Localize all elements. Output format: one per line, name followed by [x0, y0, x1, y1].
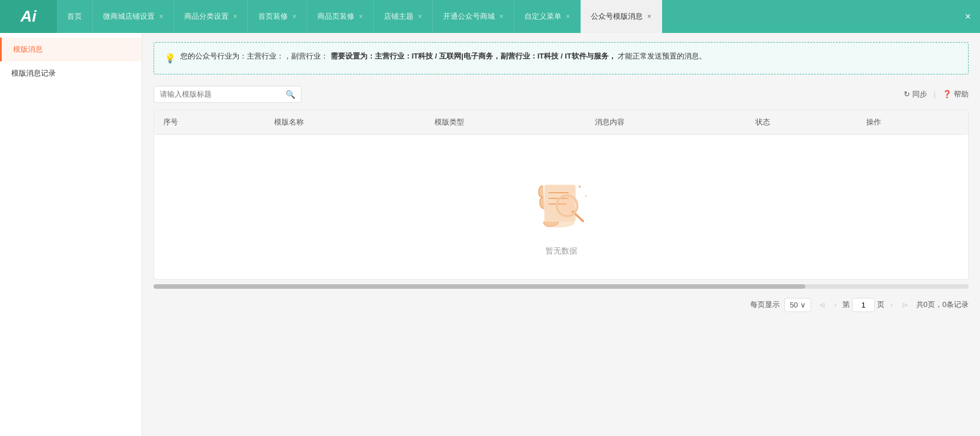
tab-close-product-decor[interactable]: ×	[359, 13, 363, 20]
sync-button[interactable]: ↻ 同步	[904, 89, 927, 99]
notice-suffix: 才能正常发送预置的消息。	[618, 52, 706, 60]
nav-tab-home[interactable]: 首页	[57, 0, 93, 33]
next-page-button[interactable]: ›	[887, 298, 896, 312]
tab-close-shop-settings[interactable]: ×	[159, 13, 163, 20]
nav-tab-home-decor[interactable]: 首页装修×	[248, 0, 307, 33]
total-info: 共0页，0条记录	[916, 300, 969, 310]
nav-tab-custom-menu[interactable]: 自定义菜单×	[514, 0, 581, 33]
col-header-status: 状态	[746, 110, 857, 135]
notice-highlight: 需要设置为：主营行业：IT科技 / 互联网|电子商务，副营行业：IT科技 / I…	[330, 52, 616, 60]
help-label: 帮助	[954, 89, 969, 99]
nav-tab-shop-settings[interactable]: 微商城店铺设置×	[93, 0, 174, 33]
svg-text:✦: ✦	[584, 194, 588, 198]
content-area: 💡 您的公众号行业为：主营行业：，副营行业： 需要设置为：主营行业：IT科技 /…	[142, 33, 980, 436]
col-header-action: 操作	[857, 110, 968, 135]
col-header-seq: 序号	[154, 110, 265, 135]
sync-icon: ↻	[904, 90, 910, 98]
sidebar-item-template-message[interactable]: 模版消息	[0, 38, 142, 61]
nav-tab-store-theme[interactable]: 店铺主题×	[374, 0, 433, 33]
empty-text: 暂无数据	[545, 246, 577, 256]
tab-close-home-decor[interactable]: ×	[292, 13, 296, 20]
pagination: 每页显示 50 ∨ ⊲ ‹ 第 页 › ⊳ 共0页，0条记录	[154, 293, 969, 317]
page-size-select[interactable]: 50 ∨	[784, 298, 811, 312]
tab-close-store-theme[interactable]: ×	[418, 13, 422, 20]
brand-logo: Ai	[0, 0, 57, 33]
search-icon[interactable]: 🔍	[286, 90, 295, 99]
prev-page-button[interactable]: ‹	[831, 298, 840, 312]
nav-tabs: 首页微商城店铺设置×商品分类设置×首页装修×商品页装修×店铺主题×开通公众号商城…	[57, 0, 980, 33]
chevron-down-icon: ∨	[800, 301, 806, 309]
main-layout: 模版消息模版消息记录 💡 您的公众号行业为：主营行业：，副营行业： 需要设置为：…	[0, 33, 980, 436]
empty-icon: ✦ ✦	[527, 169, 596, 237]
tab-close-category-settings[interactable]: ×	[233, 13, 237, 20]
page-navigation: ⊲ ‹ 第 页 › ⊳	[816, 298, 912, 312]
top-nav: Ai 首页微商城店铺设置×商品分类设置×首页装修×商品页装修×店铺主题×开通公众…	[0, 0, 980, 33]
sidebar-item-template-record[interactable]: 模版消息记录	[0, 61, 142, 85]
search-input[interactable]	[160, 90, 286, 98]
nav-tab-open-mall[interactable]: 开通公众号商城×	[433, 0, 514, 33]
notice-prefix: 您的公众号行业为：主营行业：，副营行业：	[180, 52, 328, 60]
scrollbar-thumb[interactable]	[154, 284, 805, 289]
table-wrapper: 序号模版名称模版类型消息内容状态操作	[154, 110, 969, 280]
page-label-suffix: 页	[877, 300, 884, 310]
help-button[interactable]: ❓ 帮助	[942, 89, 969, 99]
sidebar: 模版消息模版消息记录	[0, 33, 142, 436]
table-header-row: 序号模版名称模版类型消息内容状态操作	[154, 110, 968, 135]
nav-tab-template-msg[interactable]: 公众号模版消息×	[581, 0, 662, 33]
col-header-type: 模版类型	[425, 110, 586, 135]
page-size-label: 每页显示	[750, 300, 780, 310]
tab-close-custom-menu[interactable]: ×	[566, 13, 570, 20]
help-icon: ❓	[942, 90, 952, 98]
notice-box: 💡 您的公众号行业为：主营行业：，副营行业： 需要设置为：主营行业：IT科技 /…	[154, 42, 969, 74]
sync-label: 同步	[912, 89, 927, 99]
current-page-input[interactable]	[852, 298, 875, 312]
page-label-prefix: 第	[842, 300, 850, 310]
horizontal-scrollbar[interactable]	[154, 284, 969, 289]
svg-text:✦: ✦	[577, 184, 582, 190]
col-header-name: 模版名称	[265, 110, 425, 135]
toolbar-right: ↻ 同步 | ❓ 帮助	[904, 89, 969, 99]
tab-close-template-msg[interactable]: ×	[647, 13, 651, 20]
window-close-button[interactable]: ×	[965, 11, 971, 23]
notice-text: 您的公众号行业为：主营行业：，副营行业： 需要设置为：主营行业：IT科技 / 互…	[180, 51, 958, 63]
data-table: 序号模版名称模版类型消息内容状态操作	[154, 110, 968, 135]
toolbar-divider: |	[934, 90, 936, 98]
search-area: 🔍	[154, 86, 301, 103]
tab-close-open-mall[interactable]: ×	[499, 13, 503, 20]
last-page-button[interactable]: ⊳	[899, 298, 912, 312]
nav-tab-category-settings[interactable]: 商品分类设置×	[174, 0, 248, 33]
table-header: 序号模版名称模版类型消息内容状态操作	[154, 110, 968, 135]
col-header-content: 消息内容	[586, 110, 746, 135]
svg-point-7	[559, 198, 575, 214]
first-page-button[interactable]: ⊲	[816, 298, 829, 312]
toolbar: 🔍 ↻ 同步 | ❓ 帮助	[154, 86, 969, 103]
notice-icon: 💡	[164, 51, 176, 66]
empty-state: ✦ ✦ 暂无数据	[154, 135, 968, 279]
nav-tab-product-decor[interactable]: 商品页装修×	[307, 0, 374, 33]
page-size-value: 50	[789, 301, 797, 309]
